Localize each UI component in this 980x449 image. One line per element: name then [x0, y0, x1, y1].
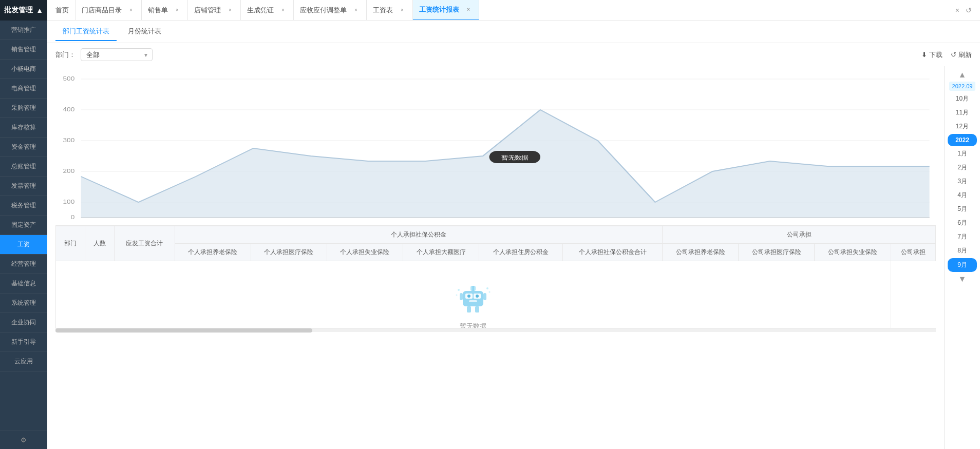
svg-point-25 — [489, 291, 491, 293]
download-icon: ⬇ — [921, 51, 927, 58]
sidebar-item-ledger[interactable]: 总账管理 — [0, 157, 47, 177]
svg-rect-12 — [463, 291, 483, 306]
tab-voucher-close[interactable]: × — [279, 6, 287, 14]
sidebar-item-operations[interactable]: 经营管理 — [0, 255, 47, 274]
sidebar-item-tax[interactable]: 税务管理 — [0, 196, 47, 216]
calendar-month-jan[interactable]: 1月 — [945, 147, 980, 161]
empty-state: 暂无数据 — [61, 265, 885, 328]
tab-store-catalog[interactable]: 门店商品目录 × — [76, 0, 142, 21]
calendar-month-jul[interactable]: 7月 — [945, 230, 980, 244]
sidebar-item-finance[interactable]: 资金管理 — [0, 138, 47, 157]
svg-point-15 — [467, 295, 470, 298]
calendar-month-sep[interactable]: 9月 — [948, 258, 977, 272]
tab-sales[interactable]: 销售单 × — [142, 0, 188, 21]
tab-store-catalog-close[interactable]: × — [127, 6, 135, 14]
svg-rect-17 — [469, 300, 477, 302]
calendar-year-2022[interactable]: 2022 — [948, 134, 977, 146]
th-personal-total: 个人承担社保公积金合计 — [563, 244, 663, 261]
sidebar-toggle-icon[interactable]: ▲ — [36, 6, 43, 14]
sub-tabs: 部门工资统计表 月份统计表 — [47, 21, 980, 43]
department-select[interactable]: 全部 — [81, 48, 153, 61]
calendar-month-feb[interactable]: 2月 — [945, 161, 980, 174]
tab-home[interactable]: 首页 — [49, 0, 76, 21]
tab-adjustment[interactable]: 应收应付调整单 × — [294, 0, 367, 21]
calendar-year-header-2022[interactable]: 2022.09 — [949, 82, 976, 91]
calendar-month-mar[interactable]: 3月 — [945, 174, 980, 188]
tabs-actions: × ↺ — [953, 5, 978, 15]
department-select-wrapper: 全部 ▼ — [81, 48, 153, 61]
sidebar-item-ecommerce[interactable]: 电商管理 — [0, 79, 47, 99]
sidebar-item-invoice[interactable]: 发票管理 — [0, 177, 47, 196]
sub-tab-department[interactable]: 部门工资统计表 — [55, 23, 117, 41]
gear-icon: ⚙ — [21, 436, 27, 444]
sidebar-item-ecommerce-small[interactable]: 小畅电商 — [0, 60, 47, 79]
table-scrollbar[interactable] — [55, 328, 936, 332]
refresh-button[interactable]: ↺ 刷新 — [951, 50, 972, 60]
th-personal-social: 个人承担社保公积金 — [175, 226, 663, 244]
refresh-icon: ↺ — [951, 51, 956, 58]
calendar-down-nav[interactable]: ▼ — [958, 272, 967, 286]
calendar-month-aug[interactable]: 8月 — [945, 244, 980, 258]
sidebar-item-purchase[interactable]: 采购管理 — [0, 99, 47, 118]
th-department: 部门 — [56, 226, 85, 261]
tab-payroll-report[interactable]: 工资统计报表 × — [413, 0, 479, 21]
sidebar-item-assets[interactable]: 固定资产 — [0, 216, 47, 235]
svg-point-16 — [476, 295, 479, 298]
svg-point-24 — [486, 287, 488, 289]
svg-text:0: 0 — [71, 214, 75, 220]
tab-sales-close[interactable]: × — [173, 6, 181, 14]
sidebar-item-tutorial[interactable]: 新手引导 — [0, 333, 47, 352]
toolbar-right: ⬇ 下载 ↺ 刷新 — [921, 50, 972, 60]
sidebar-item-basic-info[interactable]: 基础信息 — [0, 274, 47, 294]
sidebar-title: 批发管理 — [4, 6, 33, 15]
svg-point-27 — [456, 295, 458, 296]
th-company-pension: 公司承担养老保险 — [663, 244, 739, 261]
svg-point-26 — [458, 289, 460, 291]
empty-row: 暂无数据 — [56, 261, 936, 328]
calendar-month-oct[interactable]: 10月 — [945, 92, 980, 106]
sidebar-item-payroll[interactable]: 工资 — [0, 235, 47, 255]
refresh-tabs-button[interactable]: ↺ — [964, 5, 974, 15]
th-personal-housing: 个人承担住房公积金 — [479, 244, 563, 261]
svg-rect-18 — [460, 293, 463, 300]
svg-text:400: 400 — [63, 106, 74, 112]
sub-tab-monthly[interactable]: 月份统计表 — [121, 23, 168, 41]
tab-payroll-report-close[interactable]: × — [464, 6, 473, 14]
calendar-month-apr[interactable]: 4月 — [945, 188, 980, 202]
main-content: 首页 门店商品目录 × 销售单 × 店铺管理 × 生成凭证 × 应收应付调整单 … — [47, 0, 980, 449]
sidebar-settings[interactable]: ⚙ — [0, 431, 47, 449]
tabs-bar: 首页 门店商品目录 × 销售单 × 店铺管理 × 生成凭证 × 应收应付调整单 … — [47, 0, 980, 21]
empty-label: 暂无数据 — [460, 322, 486, 328]
chart-area: 500 400 300 200 100 0 — [47, 66, 944, 449]
close-all-button[interactable]: × — [953, 5, 962, 15]
sidebar-item-cloud[interactable]: 云应用 — [0, 352, 47, 372]
svg-rect-20 — [467, 306, 471, 313]
th-company-social: 公司承担 — [663, 226, 936, 244]
calendar-month-jun[interactable]: 6月 — [945, 216, 980, 230]
data-table: 部门 人数 应发工资合计 个人承担社保公积金 公司承担 个人承担养老保险 个人承… — [55, 226, 936, 328]
chart-calendar-wrapper: 500 400 300 200 100 0 — [47, 66, 980, 449]
calendar-month-may[interactable]: 5月 — [945, 202, 980, 216]
download-button[interactable]: ⬇ 下载 — [921, 50, 943, 60]
sidebar-item-system[interactable]: 系统管理 — [0, 294, 47, 313]
sidebar-item-sales[interactable]: 销售管理 — [0, 40, 47, 60]
svg-text:200: 200 — [63, 168, 74, 174]
th-salary: 应发工资合计 — [114, 226, 175, 261]
sidebar-header: 批发管理 ▲ — [0, 0, 47, 21]
tab-adjustment-close[interactable]: × — [352, 6, 360, 14]
sidebar: 批发管理 ▲ 营销推广 销售管理 小畅电商 电商管理 采购管理 库存核算 资金管… — [0, 0, 47, 449]
sidebar-item-inventory[interactable]: 库存核算 — [0, 118, 47, 138]
tab-payroll[interactable]: 工资表 × — [367, 0, 413, 21]
calendar-month-nov[interactable]: 11月 — [945, 106, 980, 120]
tab-voucher[interactable]: 生成凭证 × — [241, 0, 294, 21]
calendar-up-nav[interactable]: ▲ — [958, 68, 967, 82]
calendar-month-dec[interactable]: 12月 — [945, 120, 980, 133]
svg-text:100: 100 — [63, 199, 74, 205]
sidebar-item-marketing[interactable]: 营销推广 — [0, 21, 47, 40]
table-scrollbar-thumb[interactable] — [55, 328, 312, 333]
tab-store-mgmt-close[interactable]: × — [226, 6, 234, 14]
calendar-panel: ▲ 2022.09 10月 11月 12月 2022 1月 2月 3月 4月 5… — [944, 66, 980, 449]
sidebar-item-enterprise[interactable]: 企业协同 — [0, 313, 47, 333]
tab-payroll-close[interactable]: × — [398, 6, 406, 14]
tab-store-mgmt[interactable]: 店铺管理 × — [188, 0, 241, 21]
